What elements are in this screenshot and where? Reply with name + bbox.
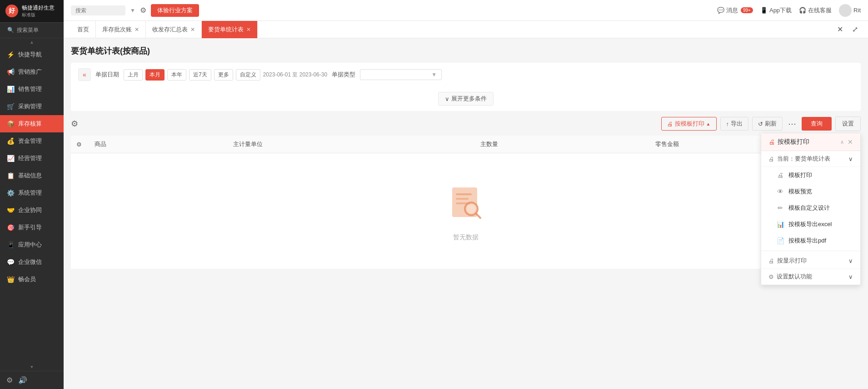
dropdown-item-template-preview[interactable]: 👁 模板预览	[761, 183, 860, 200]
sidebar-item-system[interactable]: ⚙️ 系统管理	[0, 184, 64, 202]
sidebar-item-sales[interactable]: 📊 销售管理	[0, 81, 64, 98]
sidebar-item-inventory[interactable]: 📦 库存核算	[0, 115, 64, 132]
dropdown-item-template-print[interactable]: 🖨 模板打印	[761, 167, 860, 183]
refresh-button[interactable]: ↺ 刷新	[752, 117, 783, 131]
display-print-icon: 🖨	[768, 258, 774, 264]
sidebar-item-newbie[interactable]: 🎯 新手引导	[0, 219, 64, 236]
sidebar-item-finance[interactable]: 💰 资金管理	[0, 132, 64, 150]
dropdown-separator-1	[761, 251, 860, 251]
page-title: 要货单统计表(按商品)	[71, 45, 861, 56]
template-preview-icon: 👁	[776, 187, 785, 196]
sidebar-item-member[interactable]: 👑 畅会员	[0, 271, 64, 288]
tab-home[interactable]: 首页	[71, 21, 96, 38]
expand-icon: ∨	[445, 96, 449, 102]
default-func-expand-icon: ∨	[848, 273, 853, 280]
date-btn-custom[interactable]: 自定义	[236, 69, 260, 81]
export-icon: ↑	[726, 121, 729, 127]
search-icon: 🔍	[7, 27, 14, 33]
sidebar-item-appcenter[interactable]: 📱 应用中心	[0, 236, 64, 253]
sidebar-item-enterprise[interactable]: 🤝 企业协同	[0, 202, 64, 219]
messages-icon: 💬	[717, 7, 724, 14]
footer-settings-icon[interactable]: ⚙	[6, 376, 13, 384]
table-settings-icon[interactable]: ⚙	[71, 119, 78, 129]
print-button[interactable]: 🖨 按模板打印 ▲	[661, 117, 717, 131]
tabs-bar-right: ✕ ⤢	[834, 24, 861, 35]
header-left: ▼ ⚙ 体验行业方案	[71, 4, 717, 17]
refresh-icon: ↺	[758, 121, 763, 127]
tabs-maximize-button[interactable]: ⤢	[849, 24, 861, 35]
sidebar-scroll-up[interactable]: ▲	[0, 38, 64, 46]
filter-collapse-button[interactable]: «	[78, 68, 91, 81]
date-btn-7days[interactable]: 近7天	[189, 69, 211, 81]
expand-more-button[interactable]: ∨ 展开更多条件	[438, 92, 494, 106]
print-dropdown: 🖨 按模板打印 ∧ ✕ 🖨 当前：要货单统计表 ∨	[761, 133, 861, 285]
sidebar-item-basic[interactable]: 📋 基础信息	[0, 167, 64, 184]
enterprise-icon: 🤝	[6, 207, 15, 214]
sidebar-search[interactable]: 🔍 搜索菜单	[0, 23, 64, 38]
user-avatar[interactable]: Rit	[839, 4, 861, 17]
date-btn-this-year[interactable]: 本年	[167, 69, 186, 81]
dropdown-item-template-design[interactable]: ✏ 模板自定义设计	[761, 200, 860, 216]
tab-inventory-batch[interactable]: 库存批次账 ✕	[96, 21, 146, 38]
tab-receivable-summary[interactable]: 收发存汇总表 ✕	[146, 21, 202, 38]
th-product: 商品	[89, 136, 228, 153]
sidebar-item-marketing[interactable]: 📢 营销推广	[0, 63, 64, 81]
date-btn-this-month[interactable]: 本月	[145, 69, 165, 81]
basic-icon: 📋	[6, 172, 15, 179]
tabs-close-button[interactable]: ✕	[834, 24, 846, 35]
dropdown-display-print[interactable]: 🖨 按显示打印 ∨	[761, 253, 860, 269]
tab-order-stats[interactable]: 要货单统计表 ✕	[202, 21, 258, 38]
trial-button[interactable]: 体验行业方案	[151, 4, 199, 17]
dropdown-default-func[interactable]: ⚙ 设置默认功能 ∨	[761, 269, 860, 285]
dropdown-close-icon[interactable]: ✕	[848, 138, 853, 146]
date-btn-last-month[interactable]: 上月	[124, 69, 143, 81]
template-print-icon: 🖨	[776, 171, 785, 180]
sidebar: 好 畅捷通好生意 标准版 🔍 搜索菜单 ▲ ⚡ 快捷导航 📢 营销推广 📊 销售…	[0, 0, 64, 389]
default-func-icon: ⚙	[768, 273, 774, 280]
order-type-label: 单据类型	[332, 71, 355, 79]
settings-button[interactable]: 设置	[835, 116, 861, 131]
app-download-item[interactable]: 📱 App下载	[760, 6, 792, 15]
finance-icon: 💰	[6, 137, 15, 145]
dropdown-item-export-pdf[interactable]: 📄 按模板导出pdf	[761, 232, 860, 249]
sidebar-item-operation[interactable]: 📈 经营管理	[0, 150, 64, 167]
sidebar-item-purchase[interactable]: 🛒 采购管理	[0, 98, 64, 115]
app-name: 畅捷通好生意 标准版	[22, 5, 55, 18]
member-icon: 👑	[6, 276, 15, 283]
sidebar-footer: ⚙ 🔊	[0, 371, 64, 389]
service-icon: 🎧	[799, 7, 806, 14]
close-tab-inventory-batch[interactable]: ✕	[135, 26, 139, 33]
sidebar-scroll-down[interactable]: ▼	[0, 363, 64, 371]
messages-item[interactable]: 💬 消息 99+	[717, 6, 753, 15]
th-unit: 主计量单位	[228, 136, 475, 153]
select-arrow-icon: ▼	[431, 71, 437, 78]
data-table: ⚙ 商品 主计量单位 主数量 零售金额	[71, 136, 861, 269]
export-button[interactable]: ↑ 导出	[720, 117, 749, 131]
system-icon: ⚙️	[6, 189, 15, 197]
close-tab-receivable-summary[interactable]: ✕	[190, 26, 195, 33]
order-type-select[interactable]: ▼	[360, 69, 442, 80]
header-settings-icon[interactable]: ⚙	[140, 6, 146, 15]
operation-icon: 📈	[6, 155, 15, 162]
dropdown-current-section[interactable]: 🖨 当前：要货单统计表 ∨	[761, 151, 860, 167]
newbie-icon: 🎯	[6, 224, 15, 231]
th-settings[interactable]: ⚙	[71, 136, 89, 153]
footer-sound-icon[interactable]: 🔊	[18, 376, 27, 384]
breadcrumb-input[interactable]	[71, 5, 125, 15]
template-design-icon: ✏	[776, 203, 785, 212]
sidebar-item-shortcut[interactable]: ⚡ 快捷导航	[0, 46, 64, 63]
header-dropdown-icon[interactable]: ▼	[130, 7, 135, 14]
date-btn-more[interactable]: 更多	[214, 69, 233, 81]
dropdown-item-export-excel[interactable]: 📊 按模板导出excel	[761, 216, 860, 232]
empty-text: 暂无数据	[453, 233, 479, 242]
more-button[interactable]: ⋯	[786, 118, 798, 130]
wechat-icon: 💬	[6, 258, 15, 266]
dropdown-header: 🖨 按模板打印 ∧ ✕	[761, 133, 860, 151]
query-button[interactable]: 查询	[802, 117, 832, 131]
inventory-icon: 📦	[6, 120, 15, 127]
sidebar-item-wechat[interactable]: 💬 企业微信	[0, 253, 64, 271]
empty-icon	[443, 181, 489, 226]
customer-service-item[interactable]: 🎧 在线客服	[799, 6, 832, 15]
empty-state: 暂无数据	[71, 153, 861, 269]
close-tab-order-stats[interactable]: ✕	[246, 26, 251, 33]
